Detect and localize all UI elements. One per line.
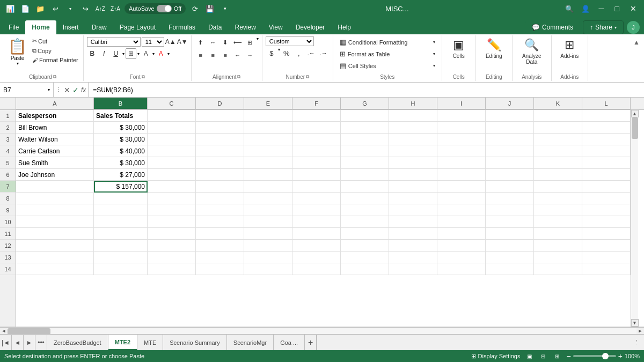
page-layout-view-button[interactable]: ⊟ xyxy=(538,351,548,361)
cell-e6[interactable] xyxy=(244,169,292,181)
redo-icon[interactable]: ↪ xyxy=(79,3,91,14)
cell-l1[interactable] xyxy=(582,110,631,122)
cell-c6[interactable] xyxy=(148,169,196,181)
cell-h1[interactable] xyxy=(389,110,437,122)
cell-a7[interactable] xyxy=(16,181,94,193)
cell-j12[interactable] xyxy=(486,240,534,252)
cell-h2[interactable] xyxy=(389,122,437,134)
cell-k2[interactable] xyxy=(534,122,582,134)
cell-a11[interactable] xyxy=(16,228,94,240)
cell-b7[interactable]: $ 157,000 xyxy=(94,181,148,193)
col-header-d[interactable]: D xyxy=(196,98,244,109)
format-as-table-button[interactable]: ⊞ Format as Table ▾ xyxy=(336,48,438,60)
ribbon-collapse-button[interactable]: ▲ xyxy=(631,38,642,47)
cell-a10[interactable] xyxy=(16,216,94,228)
cell-e4[interactable] xyxy=(244,145,292,157)
cell-k12[interactable] xyxy=(534,240,582,252)
tab-page-layout[interactable]: Page Layout xyxy=(113,20,162,34)
comma-button[interactable]: , xyxy=(293,47,305,59)
col-header-a[interactable]: A xyxy=(16,98,94,109)
font-size-select[interactable]: 11 xyxy=(142,37,164,47)
cell-h6[interactable] xyxy=(389,169,437,181)
zoom-slider[interactable] xyxy=(573,355,616,357)
cells-button[interactable]: ▣ Cells xyxy=(445,36,472,61)
number-expand-icon[interactable]: ⧉ xyxy=(306,74,309,80)
row-num-14[interactable]: 14 xyxy=(0,263,16,275)
refresh-icon[interactable]: ⟳ xyxy=(189,3,201,14)
percent-button[interactable]: % xyxy=(281,47,292,59)
alignment-expand-icon[interactable]: ⧉ xyxy=(237,74,240,80)
sheet-nav-next[interactable]: ► xyxy=(24,335,35,350)
cell-a12[interactable] xyxy=(16,240,94,252)
paste-dropdown[interactable]: ▾ xyxy=(17,61,19,66)
currency-button[interactable]: $ xyxy=(266,47,277,59)
cell-k8[interactable] xyxy=(534,193,582,204)
cell-c11[interactable] xyxy=(148,228,196,240)
cell-g14[interactable] xyxy=(341,263,389,275)
cell-e11[interactable] xyxy=(244,228,292,240)
decrease-font-button[interactable]: A▼ xyxy=(177,36,188,47)
cf-dropdown[interactable]: ▾ xyxy=(433,40,435,45)
cell-a14[interactable] xyxy=(16,263,94,275)
col-header-h[interactable]: H xyxy=(389,98,437,109)
cell-b14[interactable] xyxy=(94,263,148,275)
scroll-track-h[interactable] xyxy=(8,328,636,335)
confirm-formula-icon[interactable]: ✓ xyxy=(72,86,79,94)
scroll-left-button[interactable]: ◄ xyxy=(0,327,8,334)
cell-f1[interactable] xyxy=(292,110,341,122)
row-num-6[interactable]: 6 xyxy=(0,169,16,181)
sort-az-icon[interactable]: A↑Z xyxy=(94,3,106,14)
cut-button[interactable]: ✂ Cut xyxy=(31,36,80,46)
cell-f8[interactable] xyxy=(292,193,341,204)
cell-d13[interactable] xyxy=(196,252,244,263)
cell-e10[interactable] xyxy=(244,216,292,228)
cell-l7[interactable] xyxy=(582,181,631,193)
cell-k1[interactable] xyxy=(534,110,582,122)
cell-b8[interactable] xyxy=(94,193,148,204)
cell-i13[interactable] xyxy=(437,252,486,263)
cell-h12[interactable] xyxy=(389,240,437,252)
horizontal-scrollbar[interactable]: ◄ ► xyxy=(0,327,644,335)
tab-draw[interactable]: Draw xyxy=(85,20,113,34)
cell-ref-dropdown[interactable]: ▾ xyxy=(48,87,50,92)
cell-e7[interactable] xyxy=(244,181,292,193)
tab-review[interactable]: Review xyxy=(228,20,262,34)
cell-f5[interactable] xyxy=(292,157,341,169)
conditional-formatting-button[interactable]: ▦ Conditional Formatting ▾ xyxy=(336,36,438,48)
cell-d5[interactable] xyxy=(196,157,244,169)
col-header-g[interactable]: G xyxy=(341,98,389,109)
cell-c8[interactable] xyxy=(148,193,196,204)
cell-d12[interactable] xyxy=(196,240,244,252)
cell-i8[interactable] xyxy=(437,193,486,204)
cell-e13[interactable] xyxy=(244,252,292,263)
row-num-11[interactable]: 11 xyxy=(0,228,16,240)
row-num-5[interactable]: 5 xyxy=(0,157,16,169)
cell-g1[interactable] xyxy=(341,110,389,122)
vertical-scrollbar[interactable]: ▲ ▼ xyxy=(631,110,638,327)
italic-button[interactable]: I xyxy=(99,48,109,59)
zoom-in-button[interactable]: + xyxy=(618,352,623,360)
bold-button[interactable]: B xyxy=(87,48,98,59)
cell-g7[interactable] xyxy=(341,181,389,193)
sort-za-icon[interactable]: Z↑A xyxy=(109,3,121,14)
minimize-button[interactable]: ─ xyxy=(596,3,608,14)
cell-f12[interactable] xyxy=(292,240,341,252)
cell-b11[interactable] xyxy=(94,228,148,240)
currency-dropdown[interactable]: ▾ xyxy=(278,47,280,59)
cell-d1[interactable] xyxy=(196,110,244,122)
cell-b12[interactable] xyxy=(94,240,148,252)
cell-e1[interactable] xyxy=(244,110,292,122)
col-header-j[interactable]: J xyxy=(486,98,534,109)
cell-k14[interactable] xyxy=(534,263,582,275)
cell-c10[interactable] xyxy=(148,216,196,228)
cell-k10[interactable] xyxy=(534,216,582,228)
fill-color-button[interactable]: A xyxy=(141,48,151,59)
cell-g12[interactable] xyxy=(341,240,389,252)
cell-h5[interactable] xyxy=(389,157,437,169)
cell-i3[interactable] xyxy=(437,134,486,145)
col-header-i[interactable]: I xyxy=(437,98,486,109)
cell-j4[interactable] xyxy=(486,145,534,157)
tab-formulas[interactable]: Formulas xyxy=(162,20,202,34)
scroll-thumb-h[interactable] xyxy=(8,328,50,335)
cell-c12[interactable] xyxy=(148,240,196,252)
